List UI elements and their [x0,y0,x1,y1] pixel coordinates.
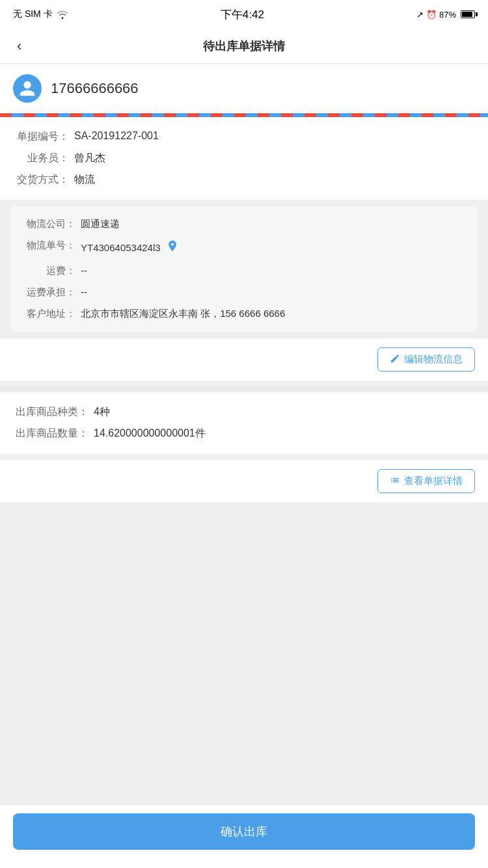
list-icon [390,475,400,487]
order-info-section: 单据编号： SA-20191227-001 业务员： 曾凡杰 交货方式： 物流 [0,117,488,200]
confirm-btn-wrap: 确认出库 [0,806,488,868]
delivery-method-row: 交货方式： 物流 [16,173,472,187]
freight-value: -- [81,265,465,276]
empty-space [0,502,488,632]
status-carrier: 无 SIM 卡 [13,8,68,20]
status-icons: ↗ ⏰ 87% [416,10,475,20]
customer-avatar [13,74,42,103]
customer-address-row: 客户地址： 北京市市辖区海淀区永丰南 张，156 6666 6666 [23,308,465,320]
customer-address-value: 北京市市辖区海淀区永丰南 张，156 6666 6666 [81,308,465,320]
section-divider [0,387,488,392]
alarm-icon: ⏰ [426,10,437,20]
battery-percent: 87% [439,10,456,20]
edit-logistics-wrap: 编辑物流信息 [0,338,488,381]
logistics-company-label: 物流公司： [23,218,75,230]
status-bar: 无 SIM 卡 下午4:42 ↗ ⏰ 87% [0,0,488,29]
tracking-number-row: 物流单号： YT43064053424l3 [23,239,465,256]
order-number-label: 单据编号： [16,130,69,144]
order-number-value: SA-20191227-001 [74,130,472,142]
battery-icon [461,10,475,18]
logistics-company-value: 圆通速递 [81,218,465,230]
status-time: 下午4:42 [221,7,264,22]
edit-icon [390,353,400,366]
freight-bearer-label: 运费承担： [23,286,75,299]
customer-header: 17666666666 [0,64,488,113]
tracking-number-value: YT43064053424l3 [81,239,465,256]
goods-section: 出库商品种类： 4种 出库商品数量： 14.620000000000001件 [0,392,488,454]
freight-bearer-row: 运费承担： -- [23,286,465,299]
page-title: 待出库单据详情 [203,38,285,54]
salesperson-label: 业务员： [16,152,69,165]
nav-bar: ‹ 待出库单据详情 [0,29,488,64]
goods-types-row: 出库商品种类： 4种 [16,405,472,419]
logistics-card: 物流公司： 圆通速递 物流单号： YT43064053424l3 运费： -- … [10,206,478,332]
confirm-outbound-button[interactable]: 确认出库 [13,813,475,850]
delivery-method-label: 交货方式： [16,173,69,187]
order-number-row: 单据编号： SA-20191227-001 [16,130,472,144]
goods-types-label: 出库商品种类： [16,405,88,419]
customer-phone: 17666666666 [51,80,139,97]
goods-quantity-value: 14.620000000000001件 [94,427,206,441]
freight-label: 运费： [23,265,75,277]
user-icon [18,79,36,98]
view-details-wrap: 查看单据详情 [0,460,488,502]
back-button[interactable]: ‹ [12,33,27,60]
salesperson-row: 业务员： 曾凡杰 [16,152,472,165]
track-location-icon[interactable] [166,239,179,256]
freight-row: 运费： -- [23,265,465,277]
wifi-icon [57,10,68,19]
view-details-button[interactable]: 查看单据详情 [377,469,475,493]
delivery-method-value: 物流 [74,173,472,187]
goods-types-value: 4种 [94,405,110,419]
logistics-company-row: 物流公司： 圆通速递 [23,218,465,230]
tracking-number-label: 物流单号： [23,239,75,252]
goods-quantity-label: 出库商品数量： [16,427,88,441]
page-content: 17666666666 单据编号： SA-20191227-001 业务员： 曾… [0,64,488,868]
salesperson-value: 曾凡杰 [74,152,472,165]
location-status-icon: ↗ [416,10,424,20]
customer-address-label: 客户地址： [23,308,75,320]
freight-bearer-value: -- [81,286,465,297]
goods-quantity-row: 出库商品数量： 14.620000000000001件 [16,427,472,441]
edit-logistics-button[interactable]: 编辑物流信息 [377,347,475,372]
